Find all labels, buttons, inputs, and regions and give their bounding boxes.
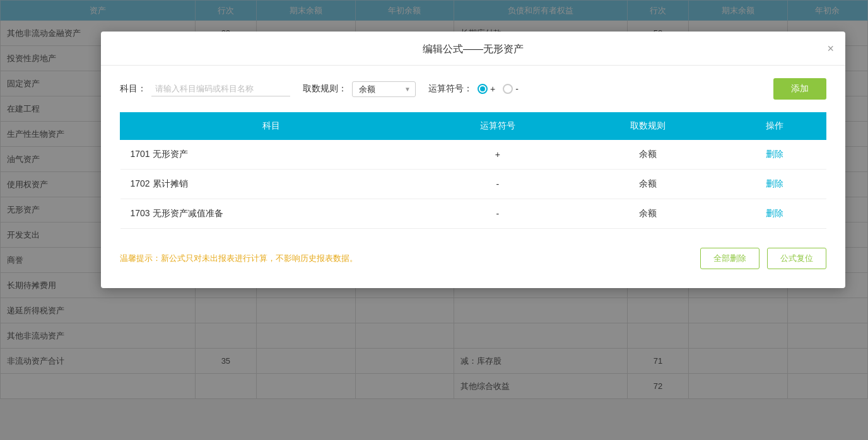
operator-radio-group: + -	[478, 84, 519, 94]
formula-row: 1703 无形资产减值准备 - 余额 删除	[120, 199, 826, 229]
radio-plus-indicator	[478, 84, 488, 94]
modal-title: 编辑公式——无形资产	[423, 43, 524, 56]
formula-rule-cell: 余额	[573, 170, 723, 199]
table-header-action: 操作	[723, 113, 826, 140]
subject-form-group: 科目：	[120, 81, 290, 96]
formula-action-cell: 删除	[723, 199, 826, 229]
operator-plus-option[interactable]: +	[478, 84, 495, 94]
formula-operator-cell: -	[423, 170, 573, 199]
formula-table-wrapper: 科目 运算符号 取数规则 操作 1701 无形资产 + 余额 删除 1702 累…	[101, 112, 845, 229]
delete-row-link[interactable]: 删除	[766, 178, 783, 188]
radio-minus-indicator	[503, 84, 513, 94]
table-header-subject: 科目	[120, 113, 423, 140]
formula-table: 科目 运算符号 取数规则 操作 1701 无形资产 + 余额 删除 1702 累…	[120, 112, 826, 229]
rule-form-group: 取数规则： 余额 借方发生额 贷方发生额 ▼	[303, 81, 416, 97]
rule-label: 取数规则：	[303, 83, 347, 95]
operator-label: 运算符号：	[428, 83, 472, 95]
radio-plus-dot	[480, 86, 485, 91]
formula-operator-cell: -	[423, 199, 573, 229]
operator-minus-option[interactable]: -	[503, 84, 519, 94]
formula-operator-cell: +	[423, 140, 573, 170]
delete-row-link[interactable]: 删除	[766, 149, 783, 159]
formula-action-cell: 删除	[723, 170, 826, 199]
delete-all-button[interactable]: 全部删除	[700, 248, 760, 269]
formula-action-cell: 删除	[723, 140, 826, 170]
subject-input[interactable]	[151, 81, 290, 96]
operator-minus-label: -	[515, 84, 519, 94]
edit-formula-modal: 编辑公式——无形资产 × 科目： 取数规则： 余额 借方发生额 贷方发生额 ▼ …	[101, 32, 845, 288]
formula-row: 1701 无形资产 + 余额 删除	[120, 140, 826, 170]
operator-form-group: 运算符号： + -	[428, 83, 519, 95]
formula-subject-cell: 1701 无形资产	[120, 140, 423, 170]
formula-rule-cell: 余额	[573, 140, 723, 170]
table-header-operator: 运算符号	[423, 113, 573, 140]
reset-formula-button[interactable]: 公式复位	[767, 248, 826, 269]
table-header-rule: 取数规则	[573, 113, 723, 140]
rule-select-wrapper: 余额 借方发生额 贷方发生额 ▼	[352, 81, 416, 97]
modal-header: 编辑公式——无形资产 ×	[101, 32, 845, 66]
formula-subject-cell: 1702 累计摊销	[120, 170, 423, 199]
modal-close-button[interactable]: ×	[827, 43, 834, 54]
formula-form-row: 科目： 取数规则： 余额 借方发生额 贷方发生额 ▼ 运算符号：	[101, 66, 845, 112]
operator-plus-label: +	[490, 84, 495, 94]
formula-row: 1702 累计摊销 - 余额 删除	[120, 170, 826, 199]
modal-footer: 温馨提示：新公式只对未出报表进行计算，不影响历史报表数据。 全部删除 公式复位	[101, 241, 845, 269]
add-button[interactable]: 添加	[773, 78, 826, 100]
hint-text: 温馨提示：新公式只对未出报表进行计算，不影响历史报表数据。	[120, 253, 358, 264]
formula-rule-cell: 余额	[573, 199, 723, 229]
rule-select[interactable]: 余额 借方发生额 贷方发生额	[352, 81, 416, 97]
formula-subject-cell: 1703 无形资产减值准备	[120, 199, 423, 229]
footer-buttons: 全部删除 公式复位	[700, 248, 826, 269]
subject-label: 科目：	[120, 83, 146, 95]
delete-row-link[interactable]: 删除	[766, 208, 783, 218]
